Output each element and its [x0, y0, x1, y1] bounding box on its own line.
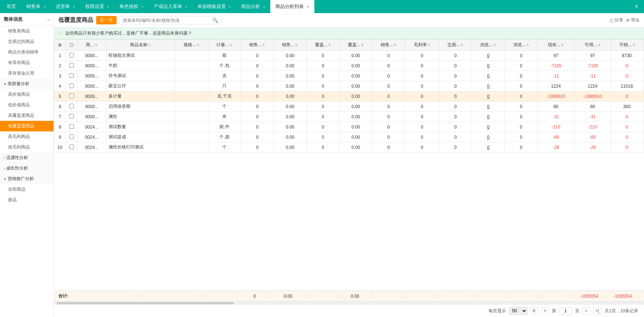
col-view1[interactable]: 浏览...⇅: [472, 40, 504, 51]
row-no: 10: [54, 142, 66, 152]
row-checkbox[interactable]: [66, 51, 78, 61]
nav-purchase[interactable]: 进货单 ×: [51, 0, 80, 13]
col-spec[interactable]: 规格...⇅: [175, 40, 208, 51]
row-view1[interactable]: 0: [472, 61, 504, 71]
col-stock-cur[interactable]: 现有...⇅: [538, 40, 574, 51]
nav-close-template[interactable]: ×: [229, 4, 231, 9]
nav-close-analysis[interactable]: ×: [263, 4, 265, 9]
col-name[interactable]: 商品名称⇅: [106, 40, 175, 51]
row-sale-amt: 0.00: [274, 112, 306, 122]
col-unit[interactable]: 计量...⇅: [208, 40, 241, 51]
row-view1[interactable]: 0: [472, 102, 504, 112]
sidebar-item-low-coverage[interactable]: 低覆盖度商品: [0, 121, 54, 131]
row-checkbox[interactable]: [66, 91, 78, 102]
prev-page-button[interactable]: <: [541, 307, 549, 314]
search-box[interactable]: 🔍: [119, 16, 221, 24]
sidebar-item-new-goods[interactable]: 新品: [0, 195, 54, 205]
row-view1[interactable]: 0: [472, 112, 504, 122]
sidebar-collapse-btn[interactable]: «: [47, 17, 50, 22]
nav-home[interactable]: 首页: [1, 0, 21, 13]
row-checkbox[interactable]: [66, 112, 78, 122]
row-spec: [175, 112, 208, 122]
row-view1[interactable]: 0: [472, 142, 504, 152]
share-button[interactable]: ⬡ 分享: [610, 17, 623, 23]
last-page-button[interactable]: >|: [593, 307, 602, 314]
next-page-button[interactable]: >: [582, 307, 590, 314]
sidebar-group-liquidity[interactable]: › 流通性分析: [0, 152, 54, 163]
sidebar-item-sales-goods[interactable]: 销售类商品: [0, 26, 54, 36]
export-button[interactable]: ⟳ 导出: [626, 17, 640, 23]
nav-analysis[interactable]: 商品分析 ×: [236, 0, 270, 13]
row-gross-rate: 0: [405, 142, 439, 152]
nav-product-in[interactable]: 产成品入库单 ×: [149, 0, 192, 13]
nav-template[interactable]: 单据模板设置 ×: [192, 0, 236, 13]
sidebar-item-stock-goods[interactable]: 有库存商品: [0, 58, 54, 68]
col-cover2[interactable]: 覆盖...⇅: [339, 40, 372, 51]
sidebar-item-traded-goods[interactable]: 交易过的商品: [0, 36, 54, 47]
search-input[interactable]: [123, 18, 211, 23]
row-checkbox[interactable]: [66, 132, 78, 142]
col-settings[interactable]: ⚙: [54, 40, 66, 51]
row-checkbox[interactable]: [66, 61, 78, 71]
row-no: 9: [54, 132, 66, 142]
col-sale-amt[interactable]: 销售...⇅: [274, 40, 306, 51]
page-input[interactable]: 1: [559, 307, 572, 314]
sidebar-item-all-goods[interactable]: 全部商品: [0, 184, 54, 195]
row-view1[interactable]: 0: [472, 71, 504, 81]
star-icon: ☆: [59, 31, 63, 36]
nav-close-role[interactable]: ×: [141, 4, 144, 9]
sidebar-group-marketing[interactable]: ∨ 营销推广分析: [0, 174, 54, 184]
row-view1[interactable]: 0: [472, 122, 504, 132]
row-unit: 个: [208, 102, 241, 112]
col-code[interactable]: 商...⇅: [78, 40, 106, 51]
nav-close-permission[interactable]: ×: [107, 4, 109, 9]
sidebar-item-low-margin[interactable]: 低毛利商品: [0, 142, 54, 152]
row-unit: 只: [208, 81, 241, 91]
col-view2[interactable]: 浏览...⇅: [505, 40, 538, 51]
nav-close-product-in[interactable]: ×: [185, 4, 187, 9]
nav-close-analysis-list[interactable]: ×: [307, 4, 309, 9]
sidebar-item-high-margin[interactable]: 高毛利商品: [0, 131, 54, 142]
col-cover1[interactable]: 覆盖...⇅: [306, 40, 339, 51]
first-page-button[interactable]: K: [530, 307, 538, 314]
nav-sales[interactable]: 销售单 ×: [21, 0, 51, 13]
col-stock-sale[interactable]: 可销...⇅: [611, 40, 644, 51]
col-stock-avail[interactable]: 可用...⇅: [574, 40, 611, 51]
per-page-select[interactable]: 50 10 20 100: [509, 307, 527, 315]
row-view1[interactable]: 0: [472, 91, 504, 102]
nav-permission[interactable]: 权限设置 ×: [80, 0, 114, 13]
col-checkbox[interactable]: ☐: [66, 40, 78, 51]
sidebar-item-category-rate[interactable]: 商品分类动销率: [0, 47, 54, 58]
row-checkbox[interactable]: [66, 102, 78, 112]
row-no: 7: [54, 112, 66, 122]
sidebar-group-cluster[interactable]: ∨ 类群量分析: [0, 79, 54, 89]
row-view1[interactable]: 0: [472, 132, 504, 142]
col-sale-qty[interactable]: 销售...⇅: [241, 40, 274, 51]
sidebar-item-low-value[interactable]: 低价值商品: [0, 100, 54, 110]
row-name: 旺辅批次测试: [106, 51, 175, 61]
row-cover2: 0.00: [339, 142, 372, 152]
row-code: 0000...: [78, 81, 106, 91]
nav-role[interactable]: 角色授权 ×: [114, 0, 149, 13]
row-gross-rate: 0: [405, 51, 439, 61]
search-icon[interactable]: 🔍: [212, 17, 218, 23]
row-unit: 个,袋: [208, 132, 241, 142]
date-filter-button[interactable]: 近一月: [96, 16, 117, 24]
nav-analysis-list[interactable]: 商品分析列表 ×: [270, 0, 314, 13]
sidebar-item-stock-funds[interactable]: 库存资金占用: [0, 68, 54, 79]
nav-close-sales[interactable]: ×: [43, 4, 46, 9]
sidebar-item-high-coverage[interactable]: 高覆盖度商品: [0, 110, 54, 121]
row-checkbox[interactable]: [66, 81, 78, 91]
row-view1[interactable]: 0: [472, 51, 504, 61]
row-checkbox[interactable]: [66, 142, 78, 152]
row-checkbox[interactable]: [66, 122, 78, 132]
col-sale-cust[interactable]: 销售...⇅: [372, 40, 405, 51]
row-view1[interactable]: 0: [472, 81, 504, 91]
col-gross-rate[interactable]: 毛利率⇅: [405, 40, 439, 51]
sidebar-group-growth[interactable]: › 成长性分析: [0, 163, 54, 174]
sidebar-item-high-value[interactable]: 高价值商品: [0, 89, 54, 100]
window-close-button[interactable]: ×: [631, 0, 643, 13]
row-checkbox[interactable]: [66, 71, 78, 81]
nav-close-purchase[interactable]: ×: [73, 4, 75, 9]
col-trade-cnt[interactable]: 交易...⇅: [439, 40, 472, 51]
